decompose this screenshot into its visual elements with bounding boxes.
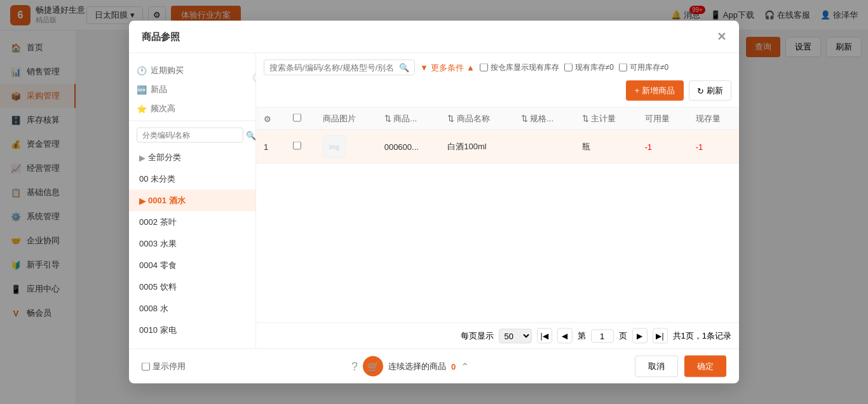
cart-label: 连续选择的商品 [388,361,446,372]
col-stock: 现存量 [688,108,739,130]
category-search-area: 🔍 [129,124,255,147]
available-stock-filter-checkbox[interactable]: 可用库存≠0 [619,62,668,73]
nav-label: 频次高 [151,103,175,114]
col-image: 商品图片 [315,108,377,130]
modal-body: 🕐 近期购买 🆕 新品 ⭐ 频次高 《 🔍 [129,53,739,349]
recent-purchase-nav[interactable]: 🕐 近期购买 [129,61,255,80]
search-icon[interactable]: 🔍 [246,130,256,140]
footer-buttons: 取消 确定 [635,356,726,377]
product-reference-modal: 商品参照 ✕ 🕐 近期购买 🆕 新品 ⭐ 频次高 [129,21,739,384]
toolbar-right: + 新增商品 ↻ 刷新 [626,81,731,101]
page-size-label: 每页显示 [461,330,494,342]
col-spec[interactable]: ⇅ 规格... [513,108,574,130]
frequent-nav[interactable]: ⭐ 频次高 [129,99,255,118]
search-toolbar: 🔍 ▼ 更多条件 ▲ 按仓库显示现有库存 现有库存≠0 [256,53,739,108]
more-filters-button[interactable]: ▼ 更多条件 ▲ [420,62,475,73]
modal-close-button[interactable]: ✕ [717,30,726,44]
category-3[interactable]: 0003 水果 [129,233,255,255]
row-code: 000600... [377,130,440,163]
row-checkbox[interactable] [285,130,315,163]
category-1[interactable]: ▶ 0001 酒水 [129,190,255,212]
row-image: img [315,130,377,163]
row-stock: -1 [688,130,739,163]
new-products-nav[interactable]: 🆕 新品 [129,80,255,99]
category-7[interactable]: 0010 家电 [129,320,255,341]
cancel-button[interactable]: 取消 [635,356,678,377]
right-panel: 🔍 ▼ 更多条件 ▲ 按仓库显示现有库存 现有库存≠0 [256,53,739,349]
panel-collapse-arrow[interactable]: 《 [247,72,256,85]
cart-section: ? 🛒 连续选择的商品 0 ⌃ [351,356,469,377]
search-icon[interactable]: 🔍 [399,63,409,72]
question-icon[interactable]: ? [351,360,358,373]
selected-count: 0 [451,361,456,371]
category-2[interactable]: 0002 茶叶 [129,212,255,233]
divider [129,121,255,121]
page-number-input[interactable] [591,329,614,342]
category-0[interactable]: 00 未分类 [129,168,255,190]
category-5[interactable]: 0005 饮料 [129,276,255,298]
product-thumbnail: img [323,135,346,158]
next-page-button[interactable]: ▶ [632,328,648,344]
arrow-right-icon: ▶ [139,152,146,162]
row-index: 1 [256,130,285,163]
category-6[interactable]: 0008 水 [129,298,255,320]
col-name[interactable]: ⇅ 商品名称 [440,108,513,130]
modal-footer: 显示停用 ? 🛒 连续选择的商品 0 ⌃ 取消 确定 [129,349,739,384]
product-search-input[interactable] [269,63,397,72]
chevron-up-icon: ▲ [466,63,475,72]
star-icon: ⭐ [137,104,147,113]
col-unit[interactable]: ⇅ 主计量 [574,108,637,130]
pagination-bar: 每页显示 50 10 20 100 |◀ ◀ 第 页 ▶ ▶| 共1页，1条记录 [256,323,739,349]
page-suffix: 页 [619,330,627,342]
col-checkbox[interactable] [285,108,315,130]
page-size-select[interactable]: 50 10 20 100 [499,328,532,343]
row-available: -1 [637,130,688,163]
refresh-button[interactable]: ↻ 刷新 [689,81,731,101]
current-stock-filter-checkbox[interactable]: 现有库存≠0 [564,62,614,73]
row-unit: 瓶 [574,130,637,163]
col-available: 可用量 [637,108,688,130]
shopping-cart-icon: 🛒 [367,360,379,372]
add-product-button[interactable]: + 新增商品 [626,81,684,101]
col-code[interactable]: ⇅ 商品... [377,108,440,130]
category-4[interactable]: 0004 零食 [129,255,255,276]
row-spec [513,130,574,163]
category-all[interactable]: ▶ 全部分类 [129,147,255,168]
clock-icon: 🕐 [137,65,147,75]
first-page-button[interactable]: |◀ [537,328,552,344]
refresh-icon: ↻ [697,86,704,95]
nav-label: 近期购买 [151,65,184,76]
prev-page-button[interactable]: ◀ [557,328,573,344]
row-name: 白酒100ml [440,130,513,163]
show-disabled-checkbox[interactable]: 显示停用 [142,361,186,372]
new-icon: 🆕 [137,84,147,94]
left-panel: 🕐 近期购买 🆕 新品 ⭐ 频次高 《 🔍 [129,53,256,349]
search-box: 🔍 [264,60,415,76]
last-page-button[interactable]: ▶| [653,328,668,344]
modal-title: 商品参照 [142,30,180,43]
category-search-input[interactable] [137,128,243,143]
collapse-icon[interactable]: ⌃ [461,360,469,372]
modal-header: 商品参照 ✕ [129,21,739,53]
col-settings[interactable]: ⚙ [256,108,285,130]
product-table-container: ⚙ 商品图片 ⇅ 商品... ⇅ 商品名称 ⇅ 规格.. [256,108,739,323]
page-label: 第 [578,330,586,342]
warehouse-filter-checkbox[interactable]: 按仓库显示现有库存 [480,62,559,73]
filter-icon: ▼ [420,63,428,72]
confirm-button[interactable]: 确定 [684,356,726,377]
table-row[interactable]: 1 img 000600... 白酒100ml 瓶 [256,130,739,163]
product-table: ⚙ 商品图片 ⇅ 商品... ⇅ 商品名称 ⇅ 规格.. [256,108,739,164]
cart-icon[interactable]: 🛒 [363,356,383,377]
arrow-active-icon: ▶ [139,196,146,205]
nav-label: 新品 [151,84,167,95]
total-info: 共1页，1条记录 [673,330,731,342]
